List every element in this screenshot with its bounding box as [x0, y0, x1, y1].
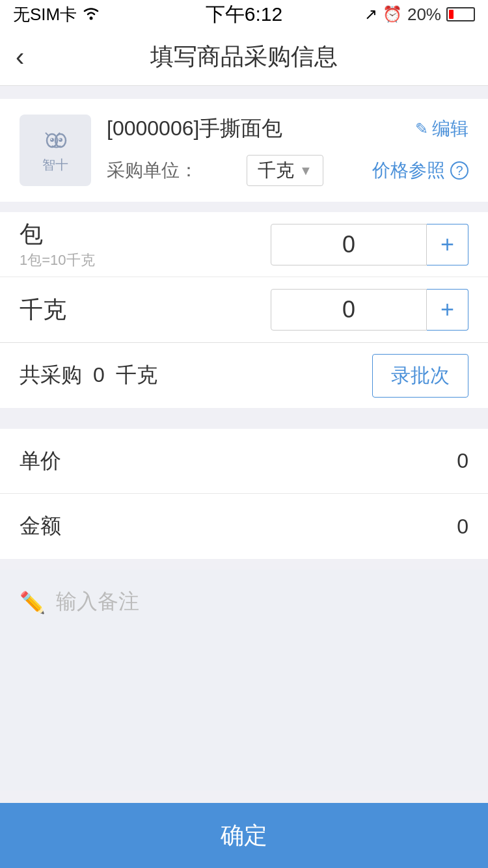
edit-button[interactable]: ✎ 编辑	[415, 116, 468, 141]
input-section: 包 1包=10千克 0 + 千克 0 +	[0, 212, 488, 342]
bao-plus-button[interactable]: +	[427, 224, 468, 265]
kg-value: 0	[342, 296, 355, 323]
bao-value: 0	[342, 231, 355, 258]
section-divider-1	[0, 202, 488, 212]
unit-selector[interactable]: 千克 ▼	[247, 155, 323, 186]
alarm-icon: ⏰	[383, 5, 402, 23]
edit-label: 编辑	[432, 116, 468, 141]
location-icon: ↗	[364, 5, 377, 23]
summary-unit: 千克	[116, 363, 157, 387]
unit-value: 千克	[258, 158, 294, 183]
back-button[interactable]: ‹	[16, 42, 24, 72]
summary-text: 共采购 0 千克	[20, 361, 157, 390]
summary-amount: 0	[93, 363, 105, 387]
unit-price-value: 0	[457, 449, 468, 473]
svg-point-3	[50, 138, 54, 142]
unit-price-label: 单价	[20, 447, 61, 476]
confirm-label: 确定	[221, 820, 267, 852]
summary-row: 共采购 0 千克 录批次	[0, 343, 488, 408]
carrier-text: 无SIM卡	[13, 3, 77, 26]
price-ref-button[interactable]: 价格参照 ?	[372, 158, 468, 183]
bao-input[interactable]: 0	[271, 224, 427, 265]
kg-plus-button[interactable]: +	[427, 289, 468, 331]
svg-point-4	[59, 138, 62, 142]
dropdown-arrow-icon: ▼	[299, 163, 312, 178]
amount-label: 金额	[20, 512, 61, 541]
page-title: 填写商品采购信息	[150, 41, 338, 73]
amount-value: 0	[457, 515, 468, 539]
svg-line-7	[46, 133, 48, 135]
svg-point-0	[90, 16, 93, 20]
status-right: ↗ ⏰ 20%	[364, 5, 475, 25]
svg-point-5	[51, 139, 52, 140]
product-logo-icon	[39, 128, 72, 154]
product-image: 智十	[20, 115, 91, 186]
confirm-button[interactable]: 确定	[0, 803, 488, 868]
bao-sub-label: 1包=10千克	[20, 251, 95, 270]
unit-label: 采购单位：	[107, 158, 198, 183]
notes-placeholder: 输入备注	[56, 588, 139, 616]
nav-bar: ‹ 填写商品采购信息	[0, 29, 488, 86]
product-logo-text: 智十	[42, 156, 68, 174]
kg-label: 千克	[20, 294, 66, 326]
notes-section[interactable]: ✏️ 输入备注	[0, 569, 488, 791]
help-circle-icon: ?	[450, 161, 468, 180]
amount-row: 金额 0	[0, 494, 488, 559]
kg-input-row: 千克 0 +	[0, 277, 488, 342]
svg-point-6	[59, 139, 61, 140]
status-left: 无SIM卡	[13, 3, 100, 26]
status-bar: 无SIM卡 下午6:12 ↗ ⏰ 20%	[0, 0, 488, 29]
bao-input-row: 包 1包=10千克 0 +	[0, 212, 488, 277]
bao-label: 包	[20, 219, 95, 251]
pencil-icon: ✏️	[20, 590, 46, 615]
kg-input[interactable]: 0	[271, 289, 427, 331]
status-time: 下午6:12	[206, 1, 282, 28]
price-ref-label: 价格参照	[372, 158, 445, 183]
battery-icon	[446, 7, 475, 21]
summary-label: 共采购	[20, 363, 82, 387]
battery-percent: 20%	[407, 5, 441, 25]
section-divider-2	[0, 408, 488, 418]
product-card: 智十 [0000006]手撕面包 ✎ 编辑 采购单位： 千克 ▼ 价格参照 ?	[0, 99, 488, 202]
pricing-section: 单价 0 金额 0	[0, 429, 488, 559]
wifi-icon	[82, 5, 100, 25]
product-info: [0000006]手撕面包 ✎ 编辑 采购单位： 千克 ▼ 价格参照 ?	[107, 115, 468, 186]
unit-price-row: 单价 0	[0, 429, 488, 494]
batch-button[interactable]: 录批次	[372, 354, 468, 398]
edit-icon: ✎	[415, 120, 428, 138]
product-name: [0000006]手撕面包	[107, 115, 282, 143]
